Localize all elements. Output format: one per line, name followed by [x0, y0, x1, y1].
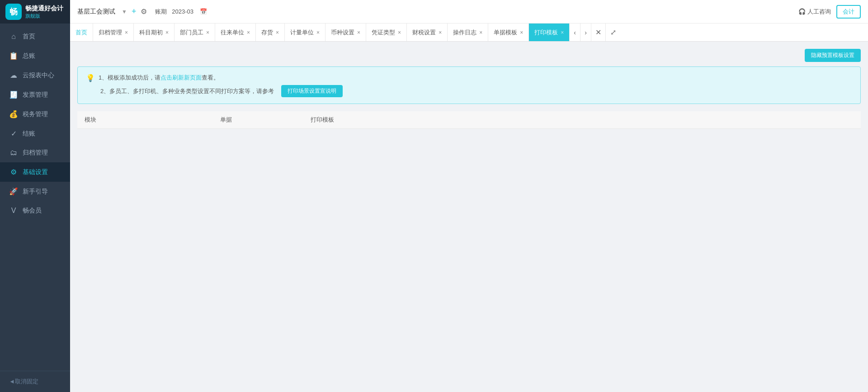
logo-edition: 旗舰版 [25, 13, 63, 19]
nav-label-tax: 税务管理 [23, 110, 48, 118]
tab-oplog[interactable]: 操作日志× [448, 24, 488, 42]
lightbulb-icon: 💡 [86, 74, 95, 82]
nav-label-guide: 新手引导 [23, 188, 48, 196]
tab-inventory[interactable]: 存货× [256, 24, 285, 42]
tab-department[interactable]: 部门员工× [175, 24, 215, 42]
tab-label-partner: 往来单位 [221, 28, 244, 37]
tab-close-oplog[interactable]: × [479, 29, 482, 36]
tab-close-printtemplate[interactable]: × [561, 29, 564, 36]
tab-close-partner[interactable]: × [247, 29, 250, 36]
settings-icon[interactable]: ⚙ [141, 7, 147, 16]
tab-close-inventory[interactable]: × [276, 29, 279, 36]
sidebar-item-settle[interactable]: ✓结账 [0, 124, 70, 143]
period-label-text: 账期 [155, 8, 167, 15]
tab-label-archive: 归档管理 [99, 28, 122, 37]
tab-voucher[interactable]: 凭证类型× [366, 24, 407, 42]
tab-label-oplog: 操作日志 [453, 28, 476, 37]
nav-icon-basic: ⚙ [9, 168, 18, 176]
nav-label-basic: 基础设置 [23, 168, 48, 176]
tab-currency[interactable]: 币种设置× [326, 24, 366, 42]
add-tab-button[interactable]: + [132, 7, 137, 16]
sidebar: 畅 畅捷通好会计 旗舰版 ⌂首页📋总账☁云报表中心🧾发票管理💰税务管理✓结账🗂归… [0, 0, 70, 392]
tab-label-inventory: 存货 [261, 28, 273, 37]
tab-measure[interactable]: 计量单位× [285, 24, 326, 42]
tab-home[interactable]: 首页 [70, 24, 93, 42]
tab-archive[interactable]: 归档管理× [93, 24, 134, 42]
tab-close-taxset[interactable]: × [439, 29, 442, 36]
nav-label-member: 畅会员 [23, 207, 42, 215]
info-row-2: 2、多员工、多打印机、多种业务类型设置不同打印方案等，请参考 打印场景设置宣说明 [86, 85, 852, 97]
tab-taxset[interactable]: 财税设置× [407, 24, 448, 42]
tab-next-button[interactable]: › [580, 24, 591, 42]
sidebar-item-reports[interactable]: ☁云报表中心 [0, 66, 70, 85]
period-label: 账期 2023-03 [155, 8, 193, 16]
col-doc-header: 单据 [213, 116, 303, 124]
tab-label-department: 部门员工 [180, 28, 203, 37]
table-header: 模块 单据 打印模板 [77, 111, 861, 129]
help-button[interactable]: 🎧 人工咨询 [798, 8, 831, 16]
tab-label-measure: 计量单位 [290, 28, 314, 37]
sidebar-item-basic[interactable]: ⚙基础设置 [0, 162, 70, 182]
main-content: 隐藏预置模板设置 💡 1、模板添加成功后，请点击刷新新页面查看。 2、多员工、多… [70, 42, 868, 392]
logo-text: 畅捷通好会计 旗舰版 [25, 5, 63, 19]
company-name: 基层工会测试 [77, 8, 115, 16]
tab-label-taxset: 财税设置 [412, 28, 436, 37]
tab-singletem[interactable]: 单据模板× [488, 24, 529, 42]
info-text-2: 2、多员工、多打印机、多种业务类型设置不同打印方案等，请参考 [100, 87, 274, 96]
unpin-button[interactable]: ◄取消固定 [0, 371, 70, 392]
col-module-header: 模块 [77, 116, 213, 124]
tab-close-currency[interactable]: × [357, 29, 360, 36]
info-box: 💡 1、模板添加成功后，请点击刷新新页面查看。 2、多员工、多打印机、多种业务类… [77, 66, 861, 104]
logo-char: 畅 [9, 6, 18, 17]
tab-close-measure[interactable]: × [316, 29, 320, 36]
close-all-tabs-button[interactable]: ✕ [591, 24, 606, 42]
user-button[interactable]: 会计 [836, 5, 861, 19]
tab-label-home: 首页 [75, 28, 87, 37]
logo-name: 畅捷通好会计 [25, 5, 63, 13]
tab-close-subject[interactable]: × [165, 29, 169, 36]
nav-icon-settle: ✓ [9, 129, 18, 138]
nav-icon-guide: 🚀 [9, 187, 18, 196]
sidebar-item-archive[interactable]: 🗂归档管理 [0, 143, 70, 162]
tab-close-archive[interactable]: × [125, 29, 128, 36]
info-prefix: 1、模板添加成功后，请 [99, 74, 160, 81]
unpin-label: ◄取消固定 [9, 378, 38, 386]
tab-close-voucher[interactable]: × [398, 29, 401, 36]
tabbar: 首页归档管理×科目期初×部门员工×往来单位×存货×计量单位×币种设置×凭证类型×… [70, 24, 868, 42]
nav-icon-tax: 💰 [9, 110, 18, 118]
hide-template-button[interactable]: 隐藏预置模板设置 [805, 49, 861, 62]
tab-label-subject: 科目期初 [139, 28, 163, 37]
info-text-1: 1、模板添加成功后，请点击刷新新页面查看。 [99, 73, 219, 82]
sidebar-item-member[interactable]: V畅会员 [0, 201, 70, 220]
tab-partner[interactable]: 往来单位× [215, 24, 256, 42]
logo-icon: 畅 [5, 4, 22, 20]
nav-label-ledger: 总账 [23, 52, 35, 60]
sidebar-logo: 畅 畅捷通好会计 旗舰版 [0, 0, 70, 24]
sidebar-item-guide[interactable]: 🚀新手引导 [0, 182, 70, 201]
print-scene-button[interactable]: 打印场景设置宣说明 [281, 85, 343, 97]
tab-label-printtemplate: 打印模板 [534, 28, 558, 37]
sidebar-item-ledger[interactable]: 📋总账 [0, 46, 70, 66]
calendar-icon[interactable]: 📅 [200, 8, 207, 15]
period-value: 2023-03 [172, 8, 193, 15]
nav-label-reports: 云报表中心 [23, 71, 54, 80]
nav-label-home: 首页 [23, 33, 35, 41]
help-label: 人工咨询 [807, 8, 831, 16]
nav-icon-archive: 🗂 [9, 149, 18, 157]
expand-tabs-button[interactable]: ⤢ [606, 24, 620, 42]
tab-close-department[interactable]: × [206, 29, 209, 36]
sidebar-item-invoice[interactable]: 🧾发票管理 [0, 85, 70, 104]
tab-prev-button[interactable]: ‹ [570, 24, 580, 42]
headset-icon: 🎧 [798, 8, 806, 15]
tab-subject[interactable]: 科目期初× [134, 24, 175, 42]
nav-label-archive: 归档管理 [23, 149, 48, 157]
refresh-link[interactable]: 点击刷新新页面 [160, 74, 202, 81]
nav-icon-reports: ☁ [9, 71, 18, 80]
tab-close-singletem[interactable]: × [520, 29, 523, 36]
sidebar-item-tax[interactable]: 💰税务管理 [0, 104, 70, 124]
sidebar-item-home[interactable]: ⌂首页 [0, 27, 70, 46]
tab-printtemplate[interactable]: 打印模板× [529, 24, 570, 42]
company-dropdown-icon[interactable]: ▼ [122, 9, 127, 15]
nav-label-settle: 结账 [23, 130, 35, 138]
hide-template-area: 隐藏预置模板设置 [77, 49, 861, 62]
